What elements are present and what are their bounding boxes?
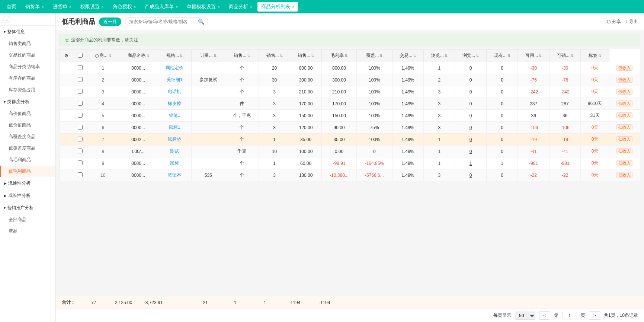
sort-unit-icon[interactable]: ⇅ xyxy=(214,54,217,58)
sidebar-item-category-rate[interactable]: 商品分类助销率 xyxy=(0,61,55,73)
cell-views1[interactable]: 0 xyxy=(455,74,486,86)
export-btn[interactable]: ↑ 导出 xyxy=(625,19,638,25)
cell-views1[interactable]: 0 xyxy=(455,146,486,157)
close-purchase-icon[interactable]: × xyxy=(69,5,71,9)
close-roles-icon[interactable]: × xyxy=(134,5,136,9)
cell-name[interactable]: 吴细细1 xyxy=(158,74,191,86)
sort-amount-icon[interactable]: ⇅ xyxy=(280,54,283,58)
sort-margin-icon[interactable]: ⇅ xyxy=(345,54,347,58)
close-product-analysis-icon[interactable]: × xyxy=(250,5,252,9)
cell-name[interactable]: 鼠标垫 xyxy=(158,134,191,146)
nav-template[interactable]: 单据模板设置 × xyxy=(183,2,224,12)
search-icon[interactable]: 🔍 xyxy=(198,19,204,25)
sort-trade-icon[interactable]: ⇅ xyxy=(413,54,416,58)
sort-coverage-icon[interactable]: ⇅ xyxy=(379,54,382,58)
cell-checkbox[interactable] xyxy=(73,146,87,157)
prev-page-btn[interactable]: ＜ xyxy=(539,311,550,320)
close-template-icon[interactable]: × xyxy=(218,5,220,9)
sort-views2-icon[interactable]: ⇅ xyxy=(476,54,479,58)
next-page-btn[interactable]: ＞ xyxy=(589,311,600,320)
cell-checkbox[interactable] xyxy=(73,157,87,169)
sidebar-collapse-btn[interactable]: « xyxy=(3,16,10,23)
cell-name[interactable]: 鼠标 xyxy=(158,157,191,169)
cell-checkbox[interactable] xyxy=(73,62,87,74)
row-checkbox[interactable] xyxy=(78,65,83,70)
share-btn[interactable]: ⬡ 分享 xyxy=(607,19,621,25)
nav-purchase[interactable]: 进货单 × xyxy=(49,2,75,12)
sort-qty-icon[interactable]: ⇅ xyxy=(247,54,250,58)
sort-tag-icon[interactable]: ⇅ xyxy=(598,54,601,58)
sidebar-group-cluster[interactable]: ▾ 类群度分析 xyxy=(0,96,55,108)
nav-product-entry[interactable]: 产成品入库单 × xyxy=(141,2,182,12)
cell-name[interactable]: 橡皮擦 xyxy=(158,98,191,110)
row-checkbox[interactable] xyxy=(78,160,83,165)
sidebar-item-low-coverage[interactable]: 低覆盖度商品 xyxy=(0,143,55,154)
filter-btn[interactable]: 近一月 xyxy=(99,17,121,26)
cell-views1[interactable]: 0 xyxy=(455,98,486,110)
cell-checkbox[interactable] xyxy=(73,74,87,86)
nav-sales[interactable]: 销货单 × xyxy=(22,2,48,12)
sidebar-item-low-value[interactable]: 低价值商品 xyxy=(0,119,55,131)
cell-checkbox[interactable] xyxy=(73,86,87,98)
close-product-entry-icon[interactable]: × xyxy=(176,5,178,9)
sidebar-item-high-value[interactable]: 高价值商品 xyxy=(0,108,55,119)
row-checkbox[interactable] xyxy=(78,149,83,153)
row-checkbox[interactable] xyxy=(78,77,83,82)
col-settings[interactable]: ⚙ xyxy=(60,50,73,62)
cell-views1[interactable]: 0 xyxy=(455,134,486,146)
search-input[interactable] xyxy=(129,19,196,24)
sort-views1-icon[interactable]: ⇅ xyxy=(445,54,448,58)
cell-checkbox[interactable] xyxy=(73,122,87,134)
sidebar-item-new-goods[interactable]: 新品 xyxy=(0,226,55,237)
page-input[interactable] xyxy=(562,312,577,319)
sidebar-group-liquidity[interactable]: ▶ 流通性分析 xyxy=(0,177,55,189)
cell-checkbox[interactable] xyxy=(73,98,87,110)
cell-name[interactable]: 测试 xyxy=(158,146,191,157)
row-checkbox[interactable] xyxy=(78,137,83,141)
cell-name[interactable]: 铅笔1 xyxy=(158,110,191,122)
cell-name[interactable]: 电话机 xyxy=(158,86,191,98)
sidebar-item-inventory-capital[interactable]: 库存资金占用 xyxy=(0,84,55,96)
nav-product-analysis[interactable]: 商品分析 × xyxy=(225,2,256,12)
cell-views1[interactable]: 1 xyxy=(455,157,486,169)
sort-spec-icon[interactable]: ⇅ xyxy=(180,54,183,58)
sort-salable-icon[interactable]: ⇅ xyxy=(570,54,573,58)
cell-views1[interactable]: 0 xyxy=(455,110,486,122)
nav-permissions[interactable]: 权限设置 × xyxy=(77,2,108,12)
sidebar-item-high-coverage[interactable]: 高覆盖度商品 xyxy=(0,131,55,143)
sidebar-item-stocked-goods[interactable]: 有库存的商品 xyxy=(0,73,55,84)
cell-views1[interactable]: 0 xyxy=(455,169,486,181)
nav-roles[interactable]: 角色授权 × xyxy=(109,2,140,12)
row-checkbox[interactable] xyxy=(78,89,83,94)
close-permissions-icon[interactable]: × xyxy=(102,5,104,9)
col-checkbox[interactable] xyxy=(73,50,87,62)
cell-checkbox[interactable] xyxy=(73,134,87,146)
nav-home[interactable]: 首页 xyxy=(3,2,20,12)
sort-current-icon[interactable]: ⇅ xyxy=(507,54,510,58)
sidebar-group-growth[interactable]: ▶ 成长性分析 xyxy=(0,189,55,202)
sort-code-icon[interactable]: ⇅ xyxy=(108,54,111,58)
cell-name[interactable]: 鼠标1 xyxy=(158,122,191,134)
sidebar-group-marketing[interactable]: ▾ 营销推广分析 xyxy=(0,202,55,214)
select-all-checkbox[interactable] xyxy=(78,53,83,58)
sort-usable-icon[interactable]: ⇅ xyxy=(539,54,542,58)
close-product-analysis-list-icon[interactable]: × xyxy=(292,5,294,9)
sort-profit-icon[interactable]: ⇅ xyxy=(311,54,314,58)
row-checkbox[interactable] xyxy=(78,172,83,177)
cell-views1[interactable]: 0 xyxy=(455,122,486,134)
row-checkbox[interactable] xyxy=(78,125,83,130)
sidebar-item-all-goods[interactable]: 全部商品 xyxy=(0,214,55,226)
cell-name[interactable]: 笔记本 xyxy=(158,169,191,181)
sidebar-group-overall[interactable]: ▾ 整体信息 xyxy=(0,26,55,38)
cell-views1[interactable]: 0 xyxy=(455,86,486,98)
sort-name-icon[interactable]: ⇅ xyxy=(146,54,149,58)
close-sales-icon[interactable]: × xyxy=(42,5,44,9)
row-checkbox[interactable] xyxy=(78,113,83,118)
cell-checkbox[interactable] xyxy=(73,110,87,122)
sidebar-item-traded-goods[interactable]: 交易过的商品 xyxy=(0,50,55,61)
per-page-select[interactable]: 50 100 200 xyxy=(515,312,535,320)
cell-checkbox[interactable] xyxy=(73,169,87,181)
sidebar-item-sales-goods[interactable]: 销售类商品 xyxy=(0,38,55,50)
cell-views1[interactable]: 0 xyxy=(455,62,486,74)
sidebar-item-low-margin[interactable]: 低毛利商品 xyxy=(0,166,55,177)
